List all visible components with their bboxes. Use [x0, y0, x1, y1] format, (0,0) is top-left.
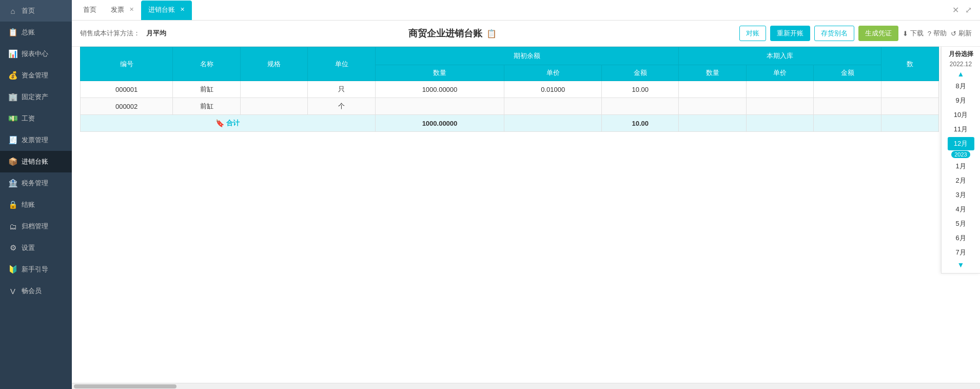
- total-opening-price: [504, 115, 602, 132]
- tab-purchase-sales-label: 进销台账: [148, 5, 175, 14]
- month-nav-down[interactable]: ▼: [955, 260, 967, 270]
- tab-purchase-sales-close[interactable]: ✕: [180, 6, 185, 13]
- sidebar-item-assets[interactable]: 🏢 固定资产: [0, 86, 72, 108]
- total-inbound-qty: [679, 115, 747, 132]
- home-icon: ⌂: [8, 7, 17, 15]
- row1-inbound-price: [746, 81, 814, 98]
- sub-opening-price: 单价: [504, 65, 602, 81]
- month-item-7[interactable]: 7月: [948, 246, 974, 259]
- sidebar-item-ledger[interactable]: 📋 总账: [0, 22, 72, 43]
- table-row[interactable]: 000001 前缸 只 1000.00000 0.01000 10.00: [81, 81, 939, 98]
- table-row[interactable]: 000002 前缸 个: [81, 98, 939, 115]
- cost-method-label: 销售成本计算方法：: [80, 29, 140, 38]
- total-inbound-amount: [814, 115, 881, 132]
- total-label-cell: 🔖 合计: [81, 115, 376, 132]
- col-header-opening: 期初余额: [375, 47, 678, 65]
- row2-name: 前缸: [173, 98, 241, 115]
- row2-opening-price: [504, 98, 602, 115]
- total-extra: [881, 115, 938, 132]
- tax-icon: 🏦: [8, 179, 17, 188]
- sidebar-item-archive[interactable]: 🗂 归档管理: [0, 216, 72, 237]
- toolbar-buttons: 对账 重新开账 存货别名 生成凭证 ⬇ ↓ 下载 下载 ? 帮助 ↺ 刷新: [739, 26, 972, 41]
- sidebar-label-settings: 设置: [22, 243, 35, 252]
- invoice-mgmt-icon: 🧾: [8, 135, 17, 145]
- month-item-3[interactable]: 3月: [948, 188, 974, 202]
- download-button[interactable]: ⬇ ↓ 下载 下载: [903, 29, 924, 38]
- month-nav-up[interactable]: ▲: [955, 69, 967, 79]
- close-button[interactable]: ✕: [952, 5, 959, 15]
- help-icon: ?: [928, 30, 931, 37]
- sidebar-item-home[interactable]: ⌂ 首页: [0, 0, 72, 22]
- col-header-inbound: 本期入库: [679, 47, 881, 65]
- total-inbound-price: [746, 115, 814, 132]
- row2-spec: [240, 98, 308, 115]
- month-item-6[interactable]: 6月: [948, 231, 974, 245]
- content-topbar: 销售成本计算方法： 月平均 商贸企业进销台账 📋 对账 重新开账 存货别名 生成…: [72, 21, 980, 47]
- month-item-10[interactable]: 10月: [948, 108, 974, 122]
- horizontal-scrollbar[interactable]: [72, 383, 980, 389]
- sidebar-label-wages: 工资: [22, 114, 35, 123]
- row2-id: 000002: [81, 98, 173, 115]
- assets-icon: 🏢: [8, 92, 17, 102]
- sidebar-item-wages[interactable]: 💵 工资: [0, 108, 72, 129]
- generate-voucher-button[interactable]: 生成凭证: [858, 26, 898, 41]
- month-selector-panel: 月份选择 2022.12 ▲ 8月 9月 10月 11月 12月 2023 1月…: [941, 47, 980, 274]
- tab-purchase-sales[interactable]: 进销台账 ✕: [141, 1, 192, 20]
- sidebar-label-tax: 税务管理: [22, 179, 48, 188]
- sidebar-item-funds[interactable]: 💰 资金管理: [0, 65, 72, 86]
- sidebar: ⌂ 首页 📋 总账 📊 报表中心 💰 资金管理 🏢 固定资产 💵 工资 🧾 发票…: [0, 0, 72, 389]
- tab-home[interactable]: 首页: [76, 1, 104, 20]
- maximize-button[interactable]: ⤢: [965, 5, 972, 15]
- cost-method-value: 月平均: [146, 29, 166, 38]
- month-item-9[interactable]: 9月: [948, 94, 974, 107]
- month-item-2[interactable]: 2月: [948, 174, 974, 187]
- sidebar-item-reports[interactable]: 📊 报表中心: [0, 43, 72, 65]
- month-item-11[interactable]: 11月: [948, 123, 974, 136]
- year-badge-2023: 2023: [951, 151, 970, 158]
- settings-icon: ⚙: [8, 243, 17, 252]
- row1-inbound-qty: [679, 81, 747, 98]
- sub-inbound-price: 单价: [746, 65, 814, 81]
- funds-icon: 💰: [8, 71, 17, 80]
- sidebar-item-member[interactable]: V 畅会员: [0, 280, 72, 302]
- sidebar-item-guide[interactable]: 🔰 新手引导: [0, 259, 72, 280]
- content-area: 销售成本计算方法： 月平均 商贸企业进销台账 📋 对账 重新开账 存货别名 生成…: [72, 21, 980, 389]
- row2-opening-qty: [375, 98, 504, 115]
- sidebar-item-settings[interactable]: ⚙ 设置: [0, 237, 72, 259]
- month-item-4[interactable]: 4月: [948, 203, 974, 216]
- sidebar-label-reports: 报表中心: [22, 49, 48, 59]
- month-item-8[interactable]: 8月: [948, 80, 974, 93]
- sub-inbound-qty: 数量: [679, 65, 747, 81]
- row1-opening-amount: 10.00: [602, 81, 679, 98]
- save-alias-button[interactable]: 存货别名: [814, 26, 854, 41]
- page-title: 商贸企业进销台账 📋: [172, 27, 733, 40]
- row2-inbound-price: [746, 98, 814, 115]
- row1-id: 000001: [81, 81, 173, 98]
- tab-invoice-close[interactable]: ✕: [129, 6, 134, 13]
- sidebar-item-purchase-sales[interactable]: 📦 进销台账: [0, 151, 72, 172]
- main-area: 首页 发票 ✕ 进销台账 ✕ ✕ ⤢ 销售成本计算方法： 月平均 商贸企业进销台…: [72, 0, 980, 389]
- row1-extra: [881, 81, 938, 98]
- reports-icon: 📊: [8, 49, 17, 59]
- sidebar-item-tax[interactable]: 🏦 税务管理: [0, 172, 72, 194]
- reopen-button[interactable]: 重新开账: [770, 26, 810, 41]
- page-title-text: 商贸企业进销台账: [408, 27, 482, 40]
- title-info-icon[interactable]: 📋: [486, 29, 497, 38]
- scrollbar-thumb[interactable]: [74, 384, 177, 388]
- col-header-spec: 规格: [240, 47, 308, 81]
- row1-opening-qty: 1000.00000: [375, 81, 504, 98]
- help-button[interactable]: ? 帮助: [928, 29, 947, 38]
- sidebar-label-funds: 资金管理: [22, 71, 48, 80]
- month-item-5[interactable]: 5月: [948, 217, 974, 230]
- month-item-1[interactable]: 1月: [948, 160, 974, 173]
- sub-opening-amount: 金额: [602, 65, 679, 81]
- match-button[interactable]: 对账: [739, 26, 766, 41]
- tab-invoice[interactable]: 发票 ✕: [104, 1, 141, 20]
- refresh-button[interactable]: ↺ 刷新: [951, 29, 972, 38]
- sidebar-item-closing[interactable]: 🔒 结账: [0, 194, 72, 216]
- sidebar-item-invoice-mgmt[interactable]: 🧾 发票管理: [0, 129, 72, 151]
- tab-invoice-label: 发票: [111, 5, 124, 14]
- tab-home-label: 首页: [83, 5, 96, 14]
- download-icon: ⬇: [903, 30, 908, 37]
- month-item-12[interactable]: 12月: [948, 137, 974, 150]
